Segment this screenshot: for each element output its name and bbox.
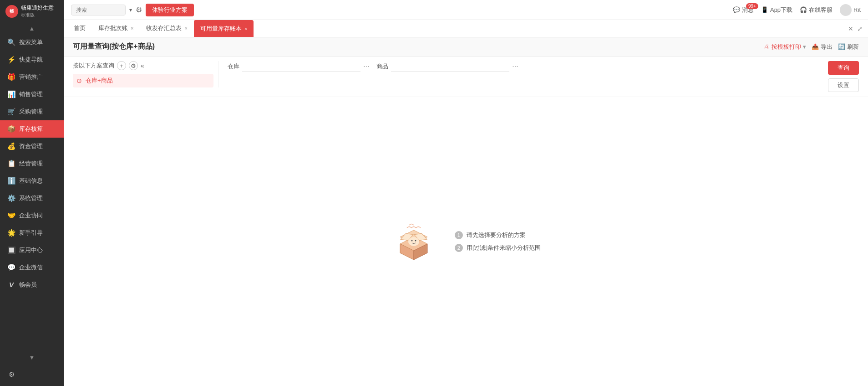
- svg-point-8: [415, 240, 416, 242]
- top-bar: ▾ ⚙ 体验行业方案 💬 消息 99+ 📱 App下载 🎧 在线客服 Rit: [64, 0, 868, 20]
- top-bar-left: ▾ ⚙ 体验行业方案: [71, 4, 194, 16]
- page-title: 可用量查询(按仓库+商品): [73, 42, 155, 51]
- close-tab-icon[interactable]: ✕: [848, 25, 853, 32]
- sidebar-item-marketing[interactable]: 🎁 营销推广: [0, 68, 64, 86]
- scheme-item-icon: ⊙: [76, 77, 82, 84]
- empty-illustration: [391, 219, 437, 264]
- user-profile[interactable]: Rit: [840, 4, 861, 16]
- print-icon: 🖨: [764, 43, 770, 50]
- online-service-btn[interactable]: 🎧 在线客服: [800, 6, 832, 14]
- settings-gear-icon[interactable]: ⚙: [136, 5, 142, 14]
- sidebar-item-enterprise[interactable]: 🤝 企业协同: [0, 207, 64, 224]
- tab-collect-deposit[interactable]: 收发存汇总表 ×: [140, 20, 193, 37]
- sidebar-item-inventory[interactable]: 📦 库存核算: [0, 120, 64, 138]
- top-search-input[interactable]: [71, 5, 126, 15]
- top-bar-right: 💬 消息 99+ 📱 App下载 🎧 在线客服 Rit: [733, 4, 861, 16]
- print-btn[interactable]: 🖨 按模板打印 ▾: [764, 43, 806, 51]
- sidebar-item-shortcut[interactable]: ⚡ 快捷导航: [0, 51, 64, 68]
- settings-bottom-icon: ⚙: [7, 371, 15, 379]
- phone-icon: 📱: [761, 6, 768, 13]
- sidebar-logo: 畅 畅康通好生意 标准版: [5, 5, 58, 18]
- tabs-actions: ✕ ⤢: [848, 20, 864, 37]
- tabs-bar: 首页 库存批次账 × 收发存汇总表 × 可用量库存账本 × ✕ ⤢: [64, 20, 868, 37]
- sidebar-item-ops[interactable]: 📋 经营管理: [0, 155, 64, 172]
- scroll-down-arrow[interactable]: ▼: [0, 352, 64, 363]
- sidebar-settings[interactable]: ⚙: [0, 367, 64, 382]
- sidebar-item-search[interactable]: 🔍 搜索菜单: [0, 34, 64, 51]
- tab-close-collect-deposit[interactable]: ×: [184, 26, 187, 31]
- sidebar: 畅 畅康通好生意 标准版 ▲ 🔍 搜索菜单 ⚡ 快捷导航 🎁 营销推广 📊 销售…: [0, 0, 64, 386]
- product-input[interactable]: [391, 61, 509, 72]
- ops-icon: 📋: [7, 160, 15, 168]
- search-icon: 🔍: [7, 38, 15, 46]
- sidebar-header: 畅 畅康通好生意 标准版: [0, 0, 64, 23]
- sidebar-nav: 🔍 搜索菜单 ⚡ 快捷导航 🎁 营销推广 📊 销售管理 🛒 采购管理 📦 库存核…: [0, 34, 64, 352]
- filter-settings-button[interactable]: 设置: [828, 78, 859, 92]
- page-content: 可用量查询(按仓库+商品) 🖨 按模板打印 ▾ 📤 导出 🔄 刷新: [64, 37, 868, 386]
- inventory-icon: 📦: [7, 125, 15, 133]
- headset-icon: 🎧: [800, 6, 807, 13]
- system-icon: ⚙️: [7, 194, 15, 202]
- print-dropdown-icon[interactable]: ▾: [803, 43, 806, 50]
- tab-available-inventory[interactable]: 可用量库存账本 ×: [194, 20, 254, 37]
- sales-icon: 📊: [7, 90, 15, 98]
- scheme-item-warehouse-product[interactable]: ⊙ 仓库+商品: [73, 74, 213, 87]
- scheme-settings-btn[interactable]: ⚙: [129, 61, 138, 70]
- top-dropdown[interactable]: ▾: [129, 7, 132, 13]
- enterprise-icon: 🤝: [7, 211, 15, 220]
- sidebar-item-wechat[interactable]: 💬 企业微信: [0, 259, 64, 276]
- collapse-scheme-btn[interactable]: «: [141, 62, 144, 69]
- marketing-icon: 🎁: [7, 73, 15, 81]
- sidebar-item-basic[interactable]: ℹ️ 基础信息: [0, 172, 64, 190]
- sidebar-item-purchase[interactable]: 🛒 采购管理: [0, 103, 64, 120]
- basic-icon: ℹ️: [7, 177, 15, 185]
- add-scheme-btn[interactable]: +: [117, 61, 126, 70]
- sidebar-item-sales[interactable]: 📊 销售管理: [0, 86, 64, 103]
- main-area: ▾ ⚙ 体验行业方案 💬 消息 99+ 📱 App下载 🎧 在线客服 Rit: [64, 0, 868, 386]
- industry-btn[interactable]: 体验行业方案: [146, 4, 194, 16]
- tab-close-inventory-batch[interactable]: ×: [131, 26, 133, 31]
- logo-text: 畅康通好生意 标准版: [21, 5, 54, 18]
- tab-home[interactable]: 首页: [67, 20, 92, 37]
- message-btn[interactable]: 💬 消息 99+: [733, 6, 754, 14]
- filter-field-warehouse: 仓库 ···: [228, 61, 369, 72]
- product-more-btn[interactable]: ···: [512, 62, 518, 71]
- message-icon: 💬: [733, 6, 740, 13]
- expand-icon[interactable]: ⤢: [857, 25, 863, 32]
- logo-icon: 畅: [5, 5, 18, 18]
- purchase-icon: 🛒: [7, 108, 15, 116]
- tab-close-available-inventory[interactable]: ×: [244, 26, 247, 31]
- svg-point-7: [411, 240, 412, 242]
- refresh-icon: 🔄: [838, 43, 845, 50]
- sidebar-bottom: ⚙: [0, 363, 64, 386]
- warehouse-input[interactable]: [242, 61, 360, 72]
- scroll-up-arrow[interactable]: ▲: [0, 23, 64, 34]
- sidebar-item-member[interactable]: V 畅会员: [0, 276, 64, 293]
- filter-scheme-header: 按以下方案查询 + ⚙ «: [73, 61, 213, 70]
- sidebar-item-guide[interactable]: 🌟 新手引导: [0, 224, 64, 242]
- sidebar-item-finance[interactable]: 💰 资金管理: [0, 138, 64, 155]
- empty-hint-1: 1 请先选择要分析的方案: [455, 231, 541, 239]
- filter-field-product: 商品 ···: [376, 61, 518, 72]
- refresh-btn[interactable]: 🔄 刷新: [838, 43, 859, 51]
- guide-icon: 🌟: [7, 229, 15, 237]
- empty-hints: 1 请先选择要分析的方案 2 用[过滤]条件来缩小分析范围: [455, 231, 541, 252]
- finance-icon: 💰: [7, 142, 15, 150]
- avatar: [840, 4, 852, 16]
- warehouse-more-btn[interactable]: ···: [363, 62, 369, 71]
- member-icon: V: [7, 281, 15, 289]
- export-icon: 📤: [812, 43, 819, 50]
- page-header: 可用量查询(按仓库+商品) 🖨 按模板打印 ▾ 📤 导出 🔄 刷新: [64, 37, 868, 57]
- export-btn[interactable]: 📤 导出: [812, 43, 832, 51]
- sidebar-item-appcenter[interactable]: 🔲 应用中心: [0, 242, 64, 259]
- empty-state-inner: 1 请先选择要分析的方案 2 用[过滤]条件来缩小分析范围: [391, 219, 541, 264]
- query-button[interactable]: 查询: [828, 61, 859, 75]
- filter-scheme-panel: 按以下方案查询 + ⚙ « ⊙ 仓库+商品: [73, 61, 218, 87]
- wechat-icon: 💬: [7, 263, 15, 272]
- sidebar-item-system[interactable]: ⚙️ 系统管理: [0, 190, 64, 207]
- page-header-actions: 🖨 按模板打印 ▾ 📤 导出 🔄 刷新: [764, 43, 859, 51]
- app-download-btn[interactable]: 📱 App下载: [761, 6, 792, 14]
- filter-section: 按以下方案查询 + ⚙ « ⊙ 仓库+商品 仓库 ··· 商品: [64, 57, 868, 97]
- appcenter-icon: 🔲: [7, 246, 15, 254]
- tab-inventory-batch[interactable]: 库存批次账 ×: [92, 20, 140, 37]
